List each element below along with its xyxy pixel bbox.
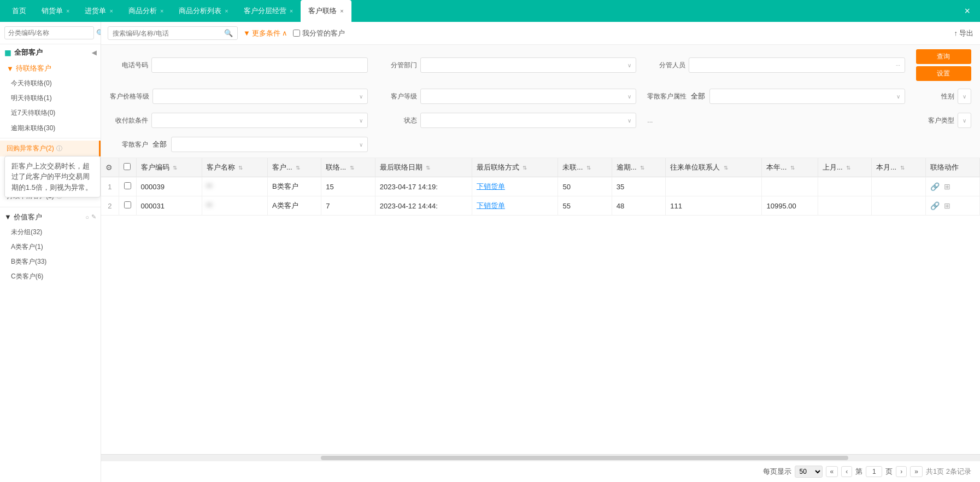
pagination: 每页显示 50 10 20 100 « ‹ 第 1 页 › » 共1页 2条记录 [101, 461, 980, 482]
nav-customer-tier[interactable]: 客户分层经营 × [236, 0, 301, 22]
horizontal-scrollbar[interactable] [101, 454, 980, 461]
close-all-button[interactable]: × [959, 5, 976, 17]
status-select[interactable]: ∨ [420, 113, 637, 128]
dept-select[interactable]: ∨ [420, 57, 637, 73]
td-actions: 🔗 ⊞ [925, 177, 979, 196]
th-this-month[interactable]: 本月... ⇅ [872, 158, 925, 177]
td-last-date: 2023-04-17 14:19: [375, 177, 472, 196]
current-page: 1 [866, 466, 882, 477]
td-checkbox [119, 196, 136, 216]
th-overdue[interactable]: 逾期... ⇅ [612, 158, 665, 177]
value-customers-title[interactable]: ▼ 价值客户 ○ ✎ [0, 210, 101, 225]
close-icon[interactable]: × [340, 8, 343, 14]
td-this-year: 10995.00 [762, 196, 818, 216]
sidebar-item-7days[interactable]: 近7天待联络(0) [0, 106, 101, 120]
action-grid-icon[interactable]: ⊞ [944, 182, 950, 191]
retail-attr-text: 全部 [691, 91, 705, 101]
status-label: 状态 [379, 116, 417, 125]
export-button[interactable]: ↑ 导出 [954, 28, 974, 38]
retail-attr-select[interactable]: ∨ [709, 89, 905, 104]
tooltip-container: 回购异常客户(2) ⓘ 距客户上次交易时长，超过了此客户的平均交易周期的1.5倍… [0, 141, 101, 156]
th-last-month[interactable]: 上月... ⇅ [818, 158, 871, 177]
td-code: 000031 [136, 196, 202, 216]
th-last-contact-method[interactable]: 最后联络方式 ⇅ [472, 158, 558, 177]
customer-level-select[interactable]: ∨ [420, 89, 637, 104]
sort-icon6: ⇅ [523, 165, 527, 171]
sidebar-item-overdue[interactable]: 逾期未联络(30) [0, 121, 101, 136]
retail-customer-select[interactable]: ∨ [171, 137, 368, 152]
chevron-down-icon4: ∨ [896, 94, 900, 100]
action-link-icon[interactable]: 🔗 [930, 201, 940, 210]
settings-icon[interactable]: ⚙ [105, 163, 113, 172]
customer-type-label: 客户类型 [916, 116, 954, 125]
page-end-label: 页 [885, 467, 893, 477]
search-icon[interactable]: 🔍 [96, 29, 101, 37]
select-all-checkbox[interactable] [124, 163, 131, 170]
th-actions: 联络动作 [925, 158, 979, 177]
th-code[interactable]: 客户编码 ⇅ [136, 158, 202, 177]
nav-customer-contact[interactable]: 客户联络 × [301, 0, 351, 22]
search-input[interactable] [113, 30, 222, 37]
th-last-contact-date[interactable]: 最后联络日期 ⇅ [375, 158, 472, 177]
close-icon[interactable]: × [290, 8, 293, 14]
last-page-button[interactable]: » [910, 466, 923, 477]
sidebar-item-today[interactable]: 今天待联络(0) [0, 76, 101, 91]
scrollbar-thumb[interactable] [321, 456, 848, 460]
pending-contact-title[interactable]: ▼ 待联络客户 [0, 61, 101, 76]
edit-icon[interactable]: ○ [85, 214, 89, 220]
phone-filter: 电话号码 [105, 47, 372, 83]
sidebar-all-customers[interactable]: ▦ 全部客户 ◀ [0, 44, 101, 61]
more-label[interactable]: ... [647, 117, 653, 124]
th-uncontacted[interactable]: 未联... ⇅ [558, 158, 612, 177]
nav-product-analysis[interactable]: 商品分析 × [121, 0, 171, 22]
prev-page-button[interactable]: ‹ [841, 466, 852, 477]
price-level-select[interactable]: ∨ [152, 89, 368, 104]
sidebar-item-c-class[interactable]: C类客户(6) [0, 269, 101, 284]
row-checkbox[interactable] [124, 201, 131, 208]
edit-icon2[interactable]: ✎ [91, 213, 96, 220]
sort-icon12: ⇅ [900, 165, 905, 171]
search-icon2[interactable]: 🔍 [224, 29, 233, 37]
per-page-select[interactable]: 50 10 20 100 [795, 466, 823, 478]
manager-input[interactable]: ··· [689, 57, 905, 73]
sidebar-item-a-class[interactable]: A类客户(1) [0, 240, 101, 254]
main-layout: 🔍 ▦ 全部客户 ◀ ▼ 待联络客户 今天待联络(0) 明天待联络(1) 近7天… [0, 22, 980, 482]
close-icon[interactable]: × [225, 8, 228, 14]
first-page-button[interactable]: « [826, 466, 838, 477]
next-page-button[interactable]: › [896, 466, 907, 477]
ellipsis-icon: ··· [896, 62, 900, 68]
th-contact-count[interactable]: 联络... ⇅ [321, 158, 375, 177]
sidebar-search-input[interactable] [4, 26, 94, 39]
th-name[interactable]: 客户名称 ⇅ [202, 158, 267, 177]
close-icon[interactable]: × [160, 8, 163, 14]
payment-select[interactable]: ∨ [151, 113, 368, 128]
filter-icon: ▼ [243, 29, 250, 37]
close-icon[interactable]: × [109, 8, 113, 14]
payment-label: 收付款条件 [110, 116, 148, 125]
sidebar-item-ungrouped[interactable]: 未分组(32) [0, 225, 101, 240]
nav-sales[interactable]: 销货单 × [34, 0, 77, 22]
row-checkbox[interactable] [124, 182, 131, 189]
nav-home[interactable]: 首页 [4, 0, 34, 22]
customer-type-select[interactable]: ∨ [958, 113, 971, 128]
query-button[interactable]: 查询 [916, 49, 971, 64]
th-this-year[interactable]: 本年... ⇅ [762, 158, 818, 177]
th-type[interactable]: 客户... ⇅ [267, 158, 321, 177]
sidebar-item-tomorrow[interactable]: 明天待联络(1) [0, 91, 101, 106]
nav-purchase[interactable]: 进货单 × [77, 0, 120, 22]
search-input-wrap: 🔍 [108, 26, 238, 40]
th-related-contacts[interactable]: 往来单位联系人 ⇅ [666, 158, 762, 177]
nav-product-list[interactable]: 商品分析列表 × [171, 0, 236, 22]
sidebar: 🔍 ▦ 全部客户 ◀ ▼ 待联络客户 今天待联络(0) 明天待联络(1) 近7天… [0, 22, 101, 482]
gender-select[interactable]: ∨ [958, 89, 971, 104]
close-icon[interactable]: × [66, 8, 69, 14]
action-grid-icon[interactable]: ⊞ [944, 201, 950, 210]
my-customers-checkbox[interactable] [293, 30, 300, 37]
sidebar-item-abnormal-repurchase[interactable]: 回购异常客户(2) ⓘ [0, 141, 101, 156]
sidebar-item-b-class[interactable]: B类客户(33) [0, 254, 101, 269]
info-icon[interactable]: ⓘ [56, 144, 62, 154]
settings-button[interactable]: 设置 [916, 66, 971, 81]
action-link-icon[interactable]: 🔗 [930, 182, 940, 191]
more-filters-button[interactable]: ▼ 更多条件 ∧ [243, 28, 287, 38]
phone-input[interactable] [151, 57, 368, 73]
